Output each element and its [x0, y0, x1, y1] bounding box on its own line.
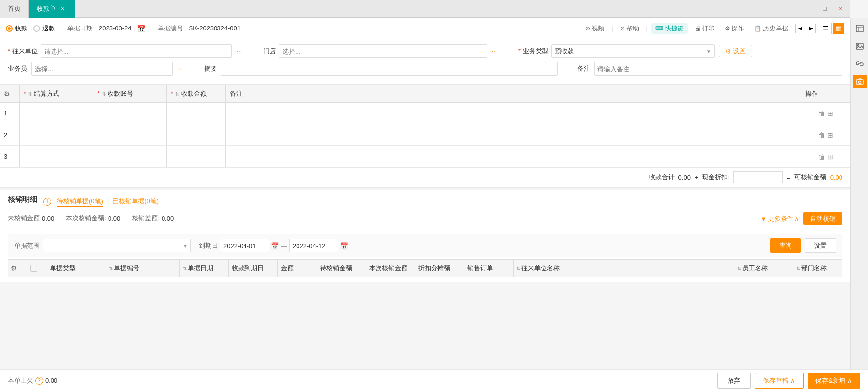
- td-num-1: 1: [0, 103, 20, 124]
- footer: 本单上欠 ? 0.00 放弃 保存草稿 ∧ 保存&新增 ∧: [0, 369, 868, 391]
- th-settle: ⇅ 结算方式: [20, 85, 93, 102]
- td-account-3[interactable]: [93, 146, 167, 167]
- radio-receive-dot: [6, 25, 13, 32]
- bth-type: 单据类型: [47, 260, 106, 277]
- td-account-2[interactable]: [93, 124, 167, 145]
- copy-row-1-icon[interactable]: ⊞: [827, 110, 833, 117]
- auto-verify-button[interactable]: 自动核销: [803, 212, 842, 225]
- radio-receive[interactable]: 收款: [6, 24, 27, 33]
- table-header: ⚙ ⇅ 结算方式 ⇅ 收款账号 ⇅ 收款金额 备注 操作: [0, 85, 850, 103]
- select-all-checkbox[interactable]: [30, 265, 37, 272]
- video-button[interactable]: ⊙ 视频: [582, 23, 607, 34]
- operate-button[interactable]: ⚙ 操作: [722, 23, 747, 34]
- td-settle-2[interactable]: [20, 124, 93, 145]
- bth-staff: ⇅ 员工名称: [734, 260, 793, 277]
- copy-row-2-icon[interactable]: ⊞: [827, 131, 833, 139]
- right-sidebar: [850, 18, 868, 391]
- sidebar-table-icon[interactable]: [853, 22, 867, 35]
- range-select[interactable]: ▼: [43, 239, 191, 252]
- query-settings-button[interactable]: 设置: [805, 238, 836, 253]
- td-actions-2: 🗑 ⊞: [801, 124, 850, 145]
- date-calendar-icon[interactable]: 📅: [137, 25, 146, 32]
- td-remark-3[interactable]: [226, 146, 801, 167]
- bth-date: ⇅ 单据日期: [180, 260, 229, 277]
- copy-row-3-icon[interactable]: ⊞: [827, 153, 833, 161]
- sidebar-image-icon[interactable]: [853, 39, 867, 53]
- summary-input[interactable]: [221, 62, 558, 76]
- delete-row-2-icon[interactable]: 🗑: [818, 131, 825, 139]
- delete-row-3-icon[interactable]: 🗑: [818, 153, 825, 161]
- radio-refund-label: 退款: [42, 24, 55, 33]
- range-field: 单据范围 ▼: [14, 239, 191, 252]
- date-from-input[interactable]: [220, 239, 269, 252]
- business-type-select[interactable]: 预收款 ▼: [551, 44, 715, 58]
- td-amount-1[interactable]: [167, 103, 226, 124]
- counterpart-input[interactable]: [41, 44, 232, 58]
- more-filter-button[interactable]: ▼ 更多条件 ∧: [760, 214, 799, 223]
- list-view-button[interactable]: ☰: [820, 23, 832, 34]
- discount-input[interactable]: [733, 171, 783, 183]
- tab-done[interactable]: 已核销单据(0笔): [112, 197, 159, 207]
- save-new-button[interactable]: 保存&新增 ∧: [808, 373, 860, 389]
- bth-order: 销售订单: [464, 260, 514, 277]
- settings-button[interactable]: ⚙ 设置: [719, 45, 752, 57]
- view-toggle: ☰ ▦: [820, 23, 844, 34]
- calendar-from-icon[interactable]: 📅: [271, 242, 279, 250]
- staff-label: 业务员: [8, 64, 28, 73]
- date-to-input[interactable]: [289, 239, 338, 252]
- verify-info-icon[interactable]: i: [43, 198, 51, 206]
- minimize-button[interactable]: —: [803, 3, 815, 15]
- calendar-to-icon[interactable]: 📅: [340, 242, 348, 250]
- counterpart-more-button[interactable]: ···: [235, 48, 244, 55]
- store-input[interactable]: [279, 44, 487, 58]
- print-button[interactable]: 🖨 打印: [692, 23, 718, 34]
- plus-sign: +: [695, 174, 699, 181]
- verifiable-value: 0.00: [830, 174, 842, 181]
- svg-rect-0: [856, 25, 863, 32]
- td-amount-2[interactable]: [167, 124, 226, 145]
- equals-sign: =: [787, 174, 790, 181]
- verify-section: 核销明细 i 待核销单据(0笔) | 已核销单据(0笔) 未核销金额 0.00 …: [0, 190, 850, 282]
- td-remark-1[interactable]: [226, 103, 801, 124]
- query-button[interactable]: 查询: [770, 238, 801, 253]
- staff-more-button[interactable]: ···: [176, 65, 185, 72]
- grid-view-button[interactable]: ▦: [833, 23, 844, 34]
- store-more-button[interactable]: ···: [490, 48, 499, 55]
- main-table: ⚙ ⇅ 结算方式 ⇅ 收款账号 ⇅ 收款金额 备注 操作 1: [0, 85, 850, 168]
- footer-info-icon[interactable]: ?: [35, 377, 43, 385]
- nav-arrows: ◀ ▶: [795, 24, 816, 33]
- remark-input[interactable]: [594, 62, 842, 76]
- abandon-button[interactable]: 放弃: [717, 373, 751, 389]
- tab-home[interactable]: 首页: [0, 0, 29, 18]
- td-amount-3[interactable]: [167, 146, 226, 167]
- tab-close-button[interactable]: ×: [59, 5, 67, 13]
- td-settle-3[interactable]: [20, 146, 93, 167]
- td-settle-1[interactable]: [20, 103, 93, 124]
- sidebar-link-icon[interactable]: [853, 57, 867, 71]
- th-amount: ⇅ 收款金额: [167, 85, 226, 102]
- next-arrow[interactable]: ▶: [806, 24, 816, 33]
- save-draft-button[interactable]: 保存草稿 ∧: [755, 373, 804, 389]
- sidebar-camera-icon[interactable]: [853, 75, 867, 88]
- delete-row-1-icon[interactable]: 🗑: [818, 110, 825, 117]
- staff-input[interactable]: [31, 62, 173, 76]
- remark-label: 备注: [577, 64, 591, 73]
- th-gear[interactable]: ⚙: [0, 85, 20, 102]
- date-value: 2023-03-24: [99, 25, 132, 32]
- verify-filter: ▼ 更多条件 ∧ 自动核销: [760, 212, 842, 225]
- td-actions-3: 🗑 ⊞: [801, 146, 850, 167]
- tab-pending[interactable]: 待核销单据(0笔): [57, 197, 103, 207]
- bth-gear[interactable]: ⚙: [8, 260, 27, 277]
- close-button[interactable]: ×: [835, 3, 846, 15]
- bth-checkbox[interactable]: [27, 260, 47, 277]
- prev-arrow[interactable]: ◀: [795, 24, 805, 33]
- maximize-button[interactable]: □: [819, 3, 831, 15]
- history-button[interactable]: 📋 历史单据: [751, 23, 791, 34]
- verify-title: 核销明细: [8, 195, 37, 204]
- shortcut-button[interactable]: ⌨ 快捷键: [651, 23, 688, 34]
- tab-current[interactable]: 收款单 ×: [29, 0, 75, 18]
- radio-refund[interactable]: 退款: [33, 24, 55, 33]
- td-account-1[interactable]: [93, 103, 167, 124]
- td-remark-2[interactable]: [226, 124, 801, 145]
- help-button[interactable]: ⊙ 帮助: [617, 23, 642, 34]
